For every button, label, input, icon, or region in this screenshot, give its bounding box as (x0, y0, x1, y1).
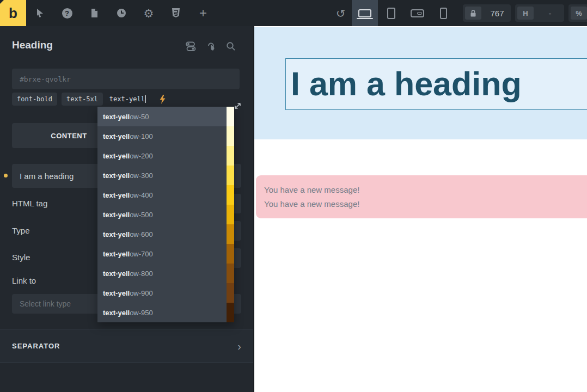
canvas-width-control[interactable]: 767 (463, 4, 511, 22)
tablet-portrait-icon (387, 8, 395, 19)
history-button[interactable] (108, 0, 135, 26)
field-label-link-to: Link to (12, 276, 36, 285)
css-class-chip[interactable]: text-5xl (62, 93, 103, 106)
preview-heading-text: I am a heading (286, 68, 522, 101)
color-swatch (227, 303, 234, 322)
field-label-type: Type (12, 226, 30, 235)
canvas-unit-control[interactable]: % (568, 4, 587, 22)
hero-section[interactable]: I am a heading (254, 27, 587, 139)
breakpoint-desktop-button[interactable] (352, 0, 378, 26)
message-line: You have a new message! (264, 197, 587, 211)
field-label-html-tag: HTML tag (12, 199, 47, 208)
color-swatch (227, 244, 234, 264)
chevron-right-icon: › (237, 341, 241, 352)
help-icon: ? (62, 8, 72, 19)
height-label: H (517, 7, 534, 20)
interactions-icon[interactable] (205, 40, 217, 52)
laptop-icon (358, 9, 371, 17)
css-class-editor[interactable]: font-bold text-5xl text-yell (12, 93, 166, 106)
class-suggestion-item[interactable]: text-yellow-700 (97, 244, 227, 264)
color-swatch (227, 264, 234, 283)
css-class-chip[interactable]: font-bold (12, 93, 57, 106)
class-suggestion-item[interactable]: text-yellow-50 (97, 107, 227, 126)
reload-button[interactable]: ↻ (330, 0, 352, 26)
color-swatch (227, 126, 234, 146)
breakpoint-tablet-portrait-button[interactable] (378, 0, 404, 26)
color-swatch (227, 205, 234, 224)
class-suggestion-item[interactable]: text-yellow-900 (97, 283, 227, 303)
element-settings-panel: Heading font-bold text-5xl text-yell (0, 26, 254, 392)
text-caret (145, 95, 146, 103)
canvas-width-value[interactable]: 767 (484, 9, 511, 18)
panel-title: Heading (12, 39, 53, 51)
color-swatch (227, 283, 234, 303)
plus-icon: + (199, 7, 207, 20)
separator-label: SEPARATOR (12, 342, 60, 350)
settings-toggles-icon[interactable] (185, 40, 197, 52)
document-icon (89, 8, 100, 19)
color-swatch (227, 146, 234, 166)
color-swatch (227, 166, 234, 185)
resize-handle-icon[interactable] (234, 102, 242, 110)
code-button[interactable] (162, 0, 189, 26)
modified-indicator-dot (4, 174, 8, 177)
bricks-builder-window: b ? ⚙ (0, 0, 587, 392)
class-suggestion-item[interactable]: text-yellow-800 (97, 264, 227, 283)
percent-label: % (571, 7, 587, 20)
breakpoint-mobile-button[interactable] (430, 0, 456, 26)
html5-shield-icon (171, 8, 181, 19)
field-label-style: Style (12, 253, 30, 262)
class-suggestion-item[interactable]: text-yellow-200 (97, 146, 227, 166)
class-typing-input[interactable]: text-yell (109, 95, 146, 103)
class-suggestion-item[interactable]: text-yellow-950 (97, 303, 227, 322)
lightning-icon[interactable] (159, 95, 166, 104)
bricks-logo[interactable]: b (0, 0, 26, 26)
message-line: You have a new message! (264, 183, 587, 197)
pages-button[interactable] (81, 0, 108, 26)
color-swatch (227, 107, 234, 126)
breakpoint-tablet-landscape-button[interactable] (404, 0, 430, 26)
lock-icon[interactable] (465, 7, 481, 20)
class-suggestions-dropdown: text-yellow-50text-yellow-100text-yellow… (97, 107, 234, 322)
help-button[interactable]: ? (53, 0, 81, 26)
element-id-input[interactable] (12, 69, 240, 89)
tablet-landscape-icon (411, 9, 424, 17)
class-suggestions-list: text-yellow-50text-yellow-100text-yellow… (97, 107, 227, 322)
class-suggestion-item[interactable]: text-yellow-600 (97, 224, 227, 244)
color-swatch (227, 185, 234, 205)
panel-header-actions (185, 40, 237, 52)
phone-icon (440, 8, 447, 19)
preview-canvas: I am a heading You have a new message! Y… (254, 26, 587, 392)
class-suggestion-item[interactable]: text-yellow-100 (97, 126, 227, 146)
canvas-height-control[interactable]: H - (515, 4, 564, 22)
refresh-icon: ↻ (336, 8, 346, 19)
color-swatch-strip (227, 107, 234, 322)
select-tool-button[interactable] (26, 0, 53, 26)
add-element-button[interactable]: + (189, 0, 217, 26)
cursor-icon (34, 8, 45, 19)
separator-section-header[interactable]: SEPARATOR › (0, 329, 253, 363)
settings-button[interactable]: ⚙ (135, 0, 162, 26)
clock-icon (116, 8, 127, 19)
notification-element[interactable]: You have a new message! You have a new m… (256, 175, 587, 218)
color-swatch (227, 224, 234, 244)
class-suggestion-item[interactable]: text-yellow-400 (97, 185, 227, 205)
top-toolbar: b ? ⚙ (0, 0, 587, 26)
class-suggestion-item[interactable]: text-yellow-500 (97, 205, 227, 224)
class-suggestion-item[interactable]: text-yellow-300 (97, 166, 227, 185)
selected-heading-element[interactable]: I am a heading (285, 58, 587, 110)
typed-query: text-yell (109, 95, 145, 103)
canvas-height-value[interactable]: - (536, 9, 564, 18)
search-icon[interactable] (225, 40, 237, 52)
gear-icon: ⚙ (144, 8, 154, 19)
